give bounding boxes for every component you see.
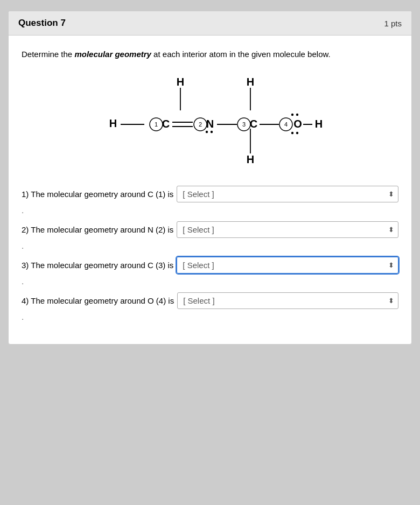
- molecule-svg: H H H 1 C 2 N: [97, 74, 323, 171]
- question-row-1: 1) The molecular geometry around C (1) i…: [22, 186, 398, 202]
- svg-text:H: H: [315, 118, 323, 130]
- q3-label: 3) The molecular geometry around C (3) i…: [22, 261, 173, 270]
- question-description: Determine the molecular geometry at each…: [22, 48, 398, 61]
- q4-select[interactable]: [ Select ]lineartrigonal planarbenttetra…: [177, 292, 398, 309]
- dot-1: .: [22, 206, 398, 215]
- dot-4: .: [22, 312, 398, 321]
- svg-text:H: H: [247, 76, 254, 88]
- card-body: Determine the molecular geometry at each…: [9, 36, 411, 344]
- card-header: Question 7 1 pts: [9, 11, 411, 36]
- svg-point-26: [296, 131, 298, 134]
- dot-2: .: [22, 241, 398, 250]
- points-label: 1 pts: [384, 19, 402, 28]
- question-row-3: 3) The molecular geometry around C (3) i…: [22, 257, 398, 273]
- q3-select-wrapper: [ Select ]lineartrigonal planarbenttetra…: [177, 257, 398, 273]
- svg-text:H: H: [177, 76, 184, 88]
- dot-3: .: [22, 277, 398, 286]
- q1-label: 1) The molecular geometry around C (1) i…: [22, 190, 173, 199]
- svg-point-24: [296, 113, 298, 115]
- svg-point-23: [291, 113, 293, 115]
- svg-text:N: N: [206, 118, 214, 130]
- svg-point-14: [206, 130, 208, 132]
- q2-label: 2) The molecular geometry around N (2) i…: [22, 225, 173, 234]
- q4-select-wrapper: [ Select ]lineartrigonal planarbenttetra…: [177, 292, 398, 309]
- svg-text:O: O: [293, 118, 302, 130]
- molecule-diagram: H H H 1 C 2 N: [22, 74, 398, 171]
- svg-text:2: 2: [199, 121, 202, 128]
- question-card: Question 7 1 pts Determine the molecular…: [8, 11, 412, 345]
- svg-point-15: [211, 130, 213, 132]
- svg-text:4: 4: [284, 121, 288, 128]
- question-row-4: 4) The molecular geometry around O (4) i…: [22, 292, 398, 309]
- question-title: Question 7: [18, 18, 66, 29]
- svg-text:H: H: [247, 153, 254, 165]
- svg-text:H: H: [109, 117, 117, 129]
- q1-select-wrapper: [ Select ]lineartrigonal planarbenttetra…: [177, 186, 398, 202]
- svg-text:C: C: [250, 118, 257, 130]
- q2-select-wrapper: [ Select ]lineartrigonal planarbenttetra…: [177, 221, 398, 238]
- q2-select[interactable]: [ Select ]lineartrigonal planarbenttetra…: [177, 221, 398, 238]
- q4-label: 4) The molecular geometry around O (4) i…: [22, 296, 174, 305]
- q1-select[interactable]: [ Select ]lineartrigonal planarbenttetra…: [177, 186, 398, 202]
- question-row-2: 2) The molecular geometry around N (2) i…: [22, 221, 398, 238]
- svg-text:3: 3: [242, 121, 246, 128]
- q3-select[interactable]: [ Select ]lineartrigonal planarbenttetra…: [177, 257, 398, 273]
- svg-text:1: 1: [155, 121, 158, 128]
- svg-point-25: [291, 131, 293, 134]
- svg-text:C: C: [162, 118, 170, 130]
